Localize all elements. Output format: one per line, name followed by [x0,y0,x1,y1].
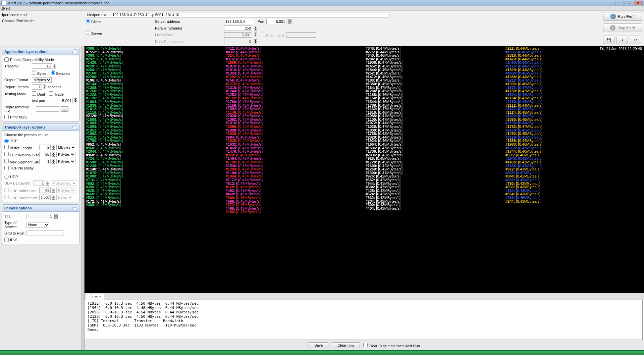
graph-line: #532: [0.44MBytes/s] [86,196,223,200]
port-input[interactable] [266,19,286,24]
graph-line: #1380: [0.45MBytes/s] [366,82,503,86]
buffer-length-unit[interactable]: MBytes [56,145,76,150]
graph-line: #1172: [0.41MBytes/s] [226,178,363,182]
maximize-button[interactable]: ▭ [625,1,633,5]
ttl-label: TTL [4,214,25,218]
collapse-icon[interactable]: ⌃ [72,125,77,130]
udp-buf-check: UDP Buffer Size [4,188,38,193]
refresh-icon: ⟳ [634,38,637,42]
parallel-input[interactable] [224,26,252,31]
graph-line: #2160: [0.43MBytes/s] [505,100,643,104]
graph-line: #180: [0.43MBytes/s] [226,210,363,214]
max-seg-input[interactable] [39,159,51,164]
buffer-length-input[interactable] [39,145,51,150]
listen-port-label: Listen Port [155,33,222,37]
stop-iperf-button[interactable]: Stop IPerf! [603,23,642,32]
test-port-label: test port [32,99,45,103]
tcp-nodelay-check[interactable]: TCP No Delay [4,166,77,170]
choose-protocol-label: Choose the protocol to use [4,133,77,137]
graph-line: #652: [0.42MBytes/s] [366,178,503,182]
output-format-select[interactable]: MBytes [32,77,52,83]
graph-line: #1544: [0.46MBytes/s] [366,100,503,104]
output-tab[interactable]: Output [86,294,104,300]
port-spinner[interactable]: ▲▼ [288,19,291,24]
tcp-window-input[interactable] [39,152,51,157]
bind-input[interactable] [26,231,63,236]
trade-check[interactable]: Trade [49,91,64,96]
compat-check[interactable]: Enable Compatibility Mode [4,57,77,62]
client-limit-input [286,32,316,38]
stop-icon [610,25,615,31]
print-mss-check[interactable]: Print MSS [4,115,77,119]
iperf-command-input[interactable] [86,12,389,17]
graph-line: #404: [0.43MBytes/s] [366,207,503,210]
close-button[interactable]: ✕ [634,1,643,5]
tcp-radio[interactable]: TCP [4,139,77,143]
tos-select[interactable]: None [26,222,49,227]
wand-icon: ⇣ [621,38,624,42]
menu-jperf[interactable]: JPerf [1,6,10,10]
graph-line: #1728: [0.45MBytes/s] [366,160,503,164]
parallel-spinner[interactable]: ▲▼ [254,26,257,31]
run-icon [610,14,616,19]
udp-bw-unit: MBytes/sec [51,181,77,186]
rep-file-input[interactable] [36,106,59,112]
mode-client[interactable]: Client [86,19,153,24]
graph-line: #244: [0.43MBytes/s] [505,200,643,203]
graph-line: #412: [0.46MBytes/s] [226,47,363,50]
output-format-label: Output Format [4,78,31,82]
save-button[interactable]: Save [309,342,328,348]
ipv6-check[interactable]: IPv6 [4,238,77,242]
window-title: JPerf 2.0.2 - Network performance measur… [7,1,615,5]
graph-line: #1500: [0.45MBytes/s] [86,160,223,164]
mode-server[interactable]: Server [86,31,153,36]
tcp-window-check[interactable]: TCP Window Size [4,152,38,157]
udp-buf-input [39,188,51,193]
listen-port-input [224,32,252,38]
minimize-button[interactable]: — [615,1,624,5]
testing-mode-label: Testing Mode [4,92,31,96]
restart-icon-button[interactable]: ⟳ [630,36,641,44]
tcp-window-unit[interactable]: KBytes [56,152,75,157]
collapse-icon[interactable]: ⌃ [72,206,77,210]
run-iperf-button[interactable]: Run IPerf! [603,12,642,21]
max-seg-check[interactable]: Max Segment Size [4,159,38,164]
listen-port-spinner: ▲▼ [254,33,257,37]
graph-line: #716: [0.47MBytes/s] [86,178,223,182]
dual-check[interactable]: Dual [32,91,45,96]
clear-each-check[interactable]: Clear Output on each Iperf Run [363,343,420,348]
transmit-seconds[interactable]: Seconds [51,70,70,75]
udp-bw-input [34,181,45,186]
test-port-input[interactable] [53,98,73,103]
max-seg-unit[interactable]: KBytes [56,159,75,164]
mode-label: Choose iPerf Mode: [2,19,84,23]
graph-line: #300: [0.45MBytes/s] [226,196,363,200]
num-conn-input [224,39,252,44]
clear-button[interactable]: Clear now [332,342,360,348]
windows-taskbar[interactable] [0,350,644,355]
udp-bw-label: UDP Bandwidth [4,181,32,185]
ip-layer-title: IP layer options [4,206,32,210]
graph-line: #236: [0.45MBytes/s] [505,196,643,200]
graph-line: #1396: [0.46MBytes/s] [505,82,643,86]
graph-line: #1276: [0.46MBytes/s] [226,82,363,86]
output-textarea[interactable]: [1932] 0.0-10.3 sec 4.50 MBytes 0.44 MBy… [86,300,643,340]
wizard-icon-button[interactable]: ⇣ [616,36,628,44]
udp-radio[interactable]: UDP [4,174,77,179]
floppy-icon: 💾 [606,38,611,42]
output-tabs: Output [85,293,644,300]
transmit-input[interactable] [32,63,52,69]
server-address-input[interactable] [224,19,254,24]
top-toolbar: Iperf command: Choose iPerf Mode: Client… [0,10,644,46]
rep-file-browse[interactable]: ... [61,106,68,112]
report-interval-input[interactable] [32,84,42,90]
graph-line: #836: [0.45MBytes/s] [505,178,643,182]
collapse-icon[interactable]: ⌃ [72,49,77,54]
graph-line: #1804: [0.45MBytes/s] [86,100,223,104]
udp-buf-unit: KBytes [56,188,75,193]
buffer-length-check[interactable]: Buffer Length [4,145,38,150]
bandwidth-graph: Fri, 21 Jun 2013 11:29:46 #388: [0.47MBy… [85,46,644,293]
save-icon-button[interactable]: 💾 [603,36,614,44]
splitter-handle[interactable]: ◂ [82,46,85,350]
transmit-bytes[interactable]: Bytes [32,70,47,75]
